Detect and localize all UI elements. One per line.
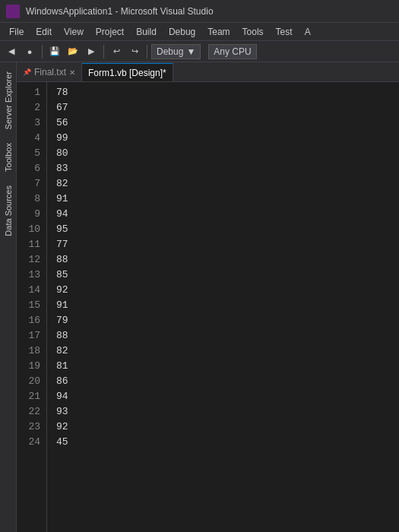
debug-dropdown-arrow: ▼ xyxy=(186,46,195,57)
code-lines: 7867569980838291949577888592917988828186… xyxy=(47,82,399,532)
menu-view[interactable]: View xyxy=(58,23,90,40)
line-number: 1 xyxy=(17,85,40,100)
toolbar-undo-button[interactable]: ↩ xyxy=(108,43,125,60)
svg-rect-1 xyxy=(14,7,17,11)
line-number: 21 xyxy=(17,389,40,404)
tab-final-txt-label: Final.txt xyxy=(34,67,66,78)
code-line: 45 xyxy=(56,435,399,450)
line-number: 23 xyxy=(17,420,40,435)
code-line: 82 xyxy=(56,176,399,192)
menu-build[interactable]: Build xyxy=(130,23,163,40)
code-line: 67 xyxy=(56,100,399,116)
line-number: 7 xyxy=(17,176,40,192)
sidebar-tab-toolbox[interactable]: Toolbox xyxy=(2,137,15,178)
code-content: 123456789101112131415161718192021222324 … xyxy=(17,82,399,532)
menu-bar: File Edit View Project Build Debug Team … xyxy=(0,23,399,41)
line-number: 6 xyxy=(17,161,40,176)
svg-rect-2 xyxy=(8,12,12,16)
code-line: 95 xyxy=(56,222,399,237)
code-line: 94 xyxy=(56,389,399,404)
menu-team[interactable]: Team xyxy=(201,23,236,40)
code-line: 94 xyxy=(56,207,399,222)
line-number: 12 xyxy=(17,252,40,268)
code-line: 77 xyxy=(56,237,399,252)
tab-final-txt[interactable]: 📌 Final.txt ✕ xyxy=(17,63,82,81)
code-line: 56 xyxy=(56,116,399,131)
window-title: WindowsApplication1 - Microsoft Visual S… xyxy=(26,6,214,17)
code-line: 80 xyxy=(56,146,399,161)
main-area: Server Explorer Toolbox Data Sources 📌 F… xyxy=(0,62,399,532)
code-line: 81 xyxy=(56,359,399,374)
line-number: 17 xyxy=(17,328,40,344)
line-number: 13 xyxy=(17,268,40,283)
line-number: 10 xyxy=(17,222,40,237)
tab-form1-vb-label: Form1.vb [Design]* xyxy=(88,68,166,78)
toolbar-dot-button[interactable]: ● xyxy=(21,43,38,60)
tab-close-icon[interactable]: ✕ xyxy=(69,68,75,77)
code-line: 91 xyxy=(56,298,399,313)
menu-file[interactable]: File xyxy=(3,23,30,40)
line-number: 5 xyxy=(17,146,40,161)
code-line: 99 xyxy=(56,131,399,146)
toolbar-save-button[interactable]: 💾 xyxy=(46,43,63,60)
line-number: 22 xyxy=(17,404,40,420)
line-number: 8 xyxy=(17,192,40,207)
code-line: 88 xyxy=(56,328,399,344)
line-number: 20 xyxy=(17,374,40,389)
svg-rect-3 xyxy=(14,12,17,16)
menu-debug[interactable]: Debug xyxy=(163,23,201,40)
code-line: 93 xyxy=(56,404,399,420)
editor-area: 📌 Final.txt ✕ Form1.vb [Design]* 1234567… xyxy=(17,62,399,532)
tab-bar: 📌 Final.txt ✕ Form1.vb [Design]* xyxy=(17,62,399,82)
code-line: 82 xyxy=(56,344,399,359)
code-line: 91 xyxy=(56,192,399,207)
toolbar-run-button[interactable]: ▶ xyxy=(83,43,100,60)
debug-label: Debug xyxy=(157,46,183,57)
menu-tools[interactable]: Tools xyxy=(236,23,270,40)
line-number: 11 xyxy=(17,237,40,252)
toolbar: ◀ ● 💾 📂 ▶ ↩ ↪ Debug ▼ Any CPU xyxy=(0,41,399,62)
line-number: 9 xyxy=(17,207,40,222)
app-icon xyxy=(6,5,20,18)
cpu-label: Any CPU xyxy=(214,46,251,57)
left-sidebar: Server Explorer Toolbox Data Sources xyxy=(0,62,17,532)
tab-pin-icon: 📌 xyxy=(23,68,31,76)
line-number: 18 xyxy=(17,344,40,359)
line-numbers: 123456789101112131415161718192021222324 xyxy=(17,82,47,532)
code-line: 78 xyxy=(56,85,399,100)
toolbar-redo-button[interactable]: ↪ xyxy=(126,43,143,60)
menu-test[interactable]: Test xyxy=(270,23,299,40)
debug-dropdown[interactable]: Debug ▼ xyxy=(151,44,201,59)
sidebar-tab-server-explorer[interactable]: Server Explorer xyxy=(2,65,15,135)
toolbar-open-button[interactable]: 📂 xyxy=(65,43,81,60)
menu-more[interactable]: A xyxy=(299,23,317,40)
code-line: 86 xyxy=(56,374,399,389)
line-number: 16 xyxy=(17,313,40,328)
code-line: 92 xyxy=(56,420,399,435)
code-line: 88 xyxy=(56,252,399,268)
svg-rect-0 xyxy=(8,7,12,11)
line-number: 4 xyxy=(17,131,40,146)
toolbar-separator-1 xyxy=(42,45,43,59)
tab-form1-vb[interactable]: Form1.vb [Design]* xyxy=(82,63,173,81)
toolbar-back-button[interactable]: ◀ xyxy=(3,43,20,60)
code-line: 92 xyxy=(56,283,399,298)
line-number: 19 xyxy=(17,359,40,374)
cpu-dropdown[interactable]: Any CPU xyxy=(208,44,256,59)
sidebar-tab-data-sources[interactable]: Data Sources xyxy=(2,179,15,242)
line-number: 15 xyxy=(17,298,40,313)
line-number: 3 xyxy=(17,116,40,131)
title-bar: WindowsApplication1 - Microsoft Visual S… xyxy=(0,0,399,23)
code-line: 79 xyxy=(56,313,399,328)
menu-project[interactable]: Project xyxy=(90,23,130,40)
line-number: 14 xyxy=(17,283,40,298)
code-line: 83 xyxy=(56,161,399,176)
menu-edit[interactable]: Edit xyxy=(30,23,58,40)
toolbar-separator-2 xyxy=(103,45,104,59)
code-line: 85 xyxy=(56,268,399,283)
line-number: 24 xyxy=(17,435,40,450)
toolbar-separator-3 xyxy=(147,45,147,59)
line-number: 2 xyxy=(17,100,40,116)
